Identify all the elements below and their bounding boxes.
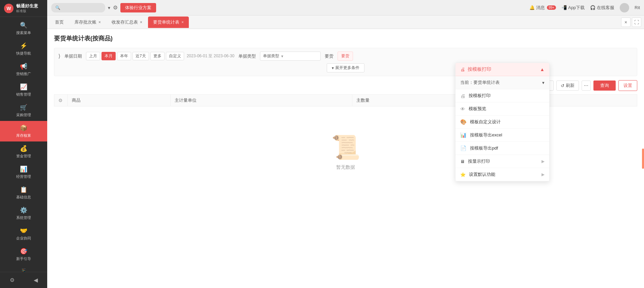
sidebar-item-basic-info[interactable]: 📋 基础信息	[0, 183, 47, 203]
date-btn-current-month[interactable]: 本月	[101, 52, 116, 60]
dropdown-chevron-up-icon[interactable]: ▲	[540, 67, 545, 72]
settings-btn[interactable]: 设置	[618, 80, 637, 91]
user-avatar[interactable]	[620, 3, 629, 12]
operation-icon: 📊	[20, 165, 27, 173]
purchase-label: 采购管理	[16, 113, 31, 118]
tabs-bar: 首页 库存批次账 × 收发存汇总表 × 要货单统计表 × × ⛶	[47, 15, 644, 29]
set-default-label: 设置默认功能	[469, 171, 495, 178]
basic-info-icon: 📋	[20, 186, 27, 193]
logo-main-text: 畅通好生意	[16, 3, 38, 9]
tab-home[interactable]: 首页	[50, 17, 69, 28]
trial-industry-btn[interactable]: 体验行业方案	[120, 3, 156, 12]
sales-icon: 📈	[20, 83, 27, 91]
topbar-gear-btn[interactable]: ⚙	[113, 4, 118, 11]
messages-btn[interactable]: 🔔 消息 99+	[529, 5, 556, 11]
system-label: 系统管理	[16, 215, 31, 220]
tab-maximize-btn[interactable]: ⛶	[632, 18, 641, 27]
page-title: 要货单统计表(按商品)	[54, 34, 637, 42]
dropdown-header-left: 🖨 按模板打印	[460, 66, 491, 72]
tab-home-label: 首页	[55, 19, 64, 25]
online-service-btn[interactable]: 🎧 在线客服	[590, 5, 614, 11]
system-icon: ⚙️	[20, 206, 27, 214]
template-design-label: 模板自定义设计	[470, 119, 501, 125]
dropdown-item-display-print[interactable]: 🖥 按显示打印 ▶	[456, 155, 549, 168]
sidebar-item-collab[interactable]: 🤝 企业协同	[0, 224, 47, 244]
inventory-label: 库存核算	[16, 133, 31, 138]
dropdown-title: 按模板打印	[468, 66, 491, 72]
empty-illustration: 📜	[331, 133, 360, 161]
dropdown-item-template-design[interactable]: 🎨 模板自定义设计	[456, 116, 549, 129]
date-btn-last-month[interactable]: 上月	[86, 52, 100, 60]
guide-label: 新手引导	[16, 256, 31, 261]
tab-inventory-batch-close[interactable]: ×	[98, 20, 101, 25]
page-content: 要货单统计表(按商品) ⟩ 单据日期 上月 本月 本年 近7天 更多 自定义 2…	[47, 29, 644, 288]
print-dropdown-overlay: 🖨 按模板打印 ▲ 当前：要货单统计表 ▾ 🖨 按模板打印 👁 模板预览 🎨 模…	[455, 63, 550, 182]
logo-text: 畅通好生意 标准版	[16, 3, 38, 13]
tab-receipts-summary[interactable]: 收发存汇总表 ×	[107, 17, 147, 28]
dropdown-item-template-print[interactable]: 🖨 按模板打印	[456, 89, 549, 102]
dropdown-item-export-excel[interactable]: 📊 按模板导出excel	[456, 129, 549, 142]
sidebar-item-marketing[interactable]: 📢 营销推广	[0, 59, 47, 80]
sidebar-item-guide[interactable]: 🎯 新手引导	[0, 244, 47, 265]
sidebar-item-search-menu[interactable]: 🔍 搜索菜单	[0, 18, 47, 39]
sidebar-item-sales[interactable]: 📈 销售管理	[0, 80, 47, 100]
expand-down-icon: ▾	[332, 66, 334, 70]
logo: W 畅通好生意 标准版	[0, 0, 47, 17]
topbar-search-bar[interactable]: 🔍	[51, 3, 105, 12]
online-service-label: 在线客服	[597, 5, 614, 11]
refresh-label: 刷新	[566, 83, 575, 89]
quick-nav-label: 快捷导航	[16, 51, 31, 56]
topbar-dropdown-btn[interactable]: ▾	[108, 5, 110, 10]
marketing-icon: 📢	[20, 63, 27, 70]
sidebar-item-system[interactable]: ⚙️ 系统管理	[0, 203, 47, 224]
filter-expand-icon[interactable]: ⟩	[58, 53, 60, 59]
tab-close-btn[interactable]: ×	[621, 18, 631, 27]
sidebar-item-quick-nav[interactable]: ⚡ 快捷导航	[0, 39, 47, 59]
tab-receipts-summary-close[interactable]: ×	[140, 20, 142, 25]
tab-inventory-batch[interactable]: 库存批次账 ×	[69, 17, 106, 28]
app-download-btn[interactable]: 📲 App下载	[561, 5, 585, 11]
dropdown-item-template-preview[interactable]: 👁 模板预览	[456, 102, 549, 116]
username-label: Rit	[635, 5, 640, 10]
operation-label: 经营管理	[16, 174, 31, 179]
more-actions-btn[interactable]: ···	[582, 81, 591, 91]
tab-order-stats[interactable]: 要货单统计表 ×	[148, 17, 189, 28]
date-btn-more[interactable]: 更多	[150, 52, 165, 60]
search-menu-label: 搜索菜单	[16, 30, 31, 35]
message-bell-icon: 🔔	[529, 5, 535, 10]
order-flag-label: 要货	[325, 53, 333, 59]
refresh-btn[interactable]: ↺ 刷新	[556, 81, 579, 91]
tab-order-stats-close[interactable]: ×	[181, 20, 184, 25]
template-preview-icon: 👁	[460, 106, 465, 112]
settings-bottom-btn[interactable]: ⚙	[7, 276, 17, 285]
topbar-search-icon: 🔍	[55, 5, 60, 10]
date-buttons: 上月 本月 本年 近7天 更多 自定义 2023-06-01 至 2023-06…	[86, 52, 234, 60]
sales-label: 销售管理	[16, 92, 31, 97]
expand-more-btn[interactable]: ▾ 展开更多条件	[327, 63, 364, 72]
sidebar-item-finance[interactable]: 💰 资金管理	[0, 141, 47, 162]
app-download-icon: 📲	[561, 5, 567, 10]
date-btn-last7days[interactable]: 近7天	[133, 52, 149, 60]
filter-row: ⟩ 单据日期 上月 本月 本年 近7天 更多 自定义 2023-06-01 至 …	[58, 52, 633, 61]
query-btn[interactable]: 查询	[593, 81, 616, 91]
sidebar-item-purchase[interactable]: 🛒 采购管理	[0, 100, 47, 121]
sidebar-item-inventory[interactable]: 📦 库存核算	[0, 121, 47, 141]
empty-state: 📜 暂无数据	[54, 106, 637, 197]
sidebar-item-app-center[interactable]: 📱 应用中心	[0, 265, 47, 272]
order-type-value: 单据类型	[263, 53, 279, 59]
topbar: 🔍 ▾ ⚙ 体验行业方案 🔔 消息 99+ 📲 App下载 🎧 在线客服 Rit	[47, 0, 644, 15]
collapse-sidebar-btn[interactable]: ◀	[31, 276, 40, 285]
sidebar-item-operation[interactable]: 📊 经营管理	[0, 162, 47, 183]
messages-badge: 99+	[547, 5, 556, 10]
dropdown-item-export-pdf[interactable]: 📄 按模板导出pdf	[456, 142, 549, 155]
order-type-select[interactable]: 单据类型 ▾	[260, 52, 321, 61]
collab-label: 企业协同	[16, 236, 31, 241]
date-btn-current-year[interactable]: 本年	[117, 52, 131, 60]
display-print-chevron-icon: ▶	[541, 159, 545, 164]
dropdown-item-set-default[interactable]: ⭐ 设置默认功能 ▶	[456, 168, 549, 181]
logo-icon: W	[4, 4, 13, 13]
table-column-settings-icon[interactable]: ⚙	[58, 98, 63, 103]
resize-handle[interactable]	[642, 149, 644, 169]
order-flag-chip[interactable]: 要货	[338, 52, 353, 61]
date-btn-custom[interactable]: 自定义	[166, 52, 184, 60]
